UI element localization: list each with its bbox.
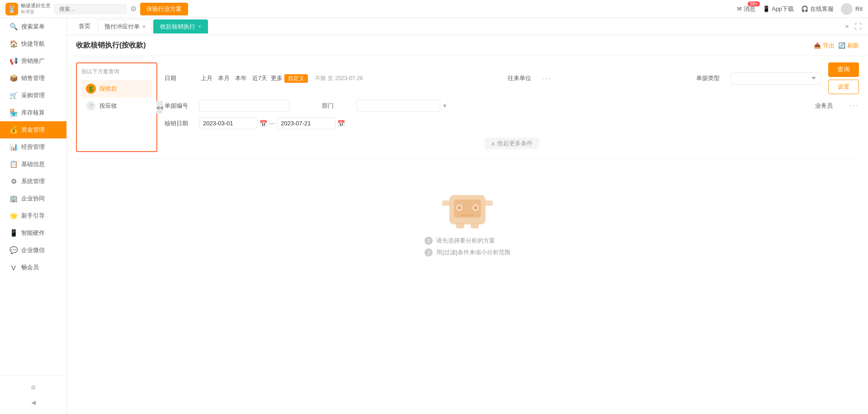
date-more[interactable]: 更多 — [271, 74, 283, 82]
sidebar-collapse-button[interactable]: ◀ — [0, 395, 66, 409]
funds-icon: 💰 — [9, 126, 18, 134]
system-icon: ⚙ — [9, 177, 18, 186]
message-button[interactable]: ✉ 消息 99+ — [737, 5, 755, 13]
sidebar-item-enterprise-wechat[interactable]: 💬 企业微信 — [0, 242, 66, 259]
sidebar-item-basic-info[interactable]: 📋 基础信息 — [0, 156, 66, 173]
sidebar-item-label: 采购管理 — [21, 91, 45, 100]
settings-button[interactable]: 设置 — [828, 80, 859, 94]
search-icon: 🔍 — [9, 23, 18, 31]
operations-icon: 📊 — [9, 143, 18, 151]
app-label: App下载 — [772, 5, 794, 13]
sidebar-item-search[interactable]: 🔍 搜索菜单 — [0, 18, 66, 35]
industry-button[interactable]: 休验行业方案 — [140, 3, 188, 15]
refresh-button[interactable]: 🔄 刷新 — [838, 42, 859, 50]
top-bar: 🐰 畅捷通好生意 标准版 ⚙ 休验行业方案 ✉ 消息 99+ 📱 App下载 🎧… — [0, 0, 868, 18]
tab-prepay[interactable]: 预付冲应付单 × — [98, 19, 152, 33]
empty-hints: 1 请先选择要分析的方案 2 用[过滤]条件来缩小分析范围 — [425, 237, 510, 257]
sidebar-item-system[interactable]: ⚙ 系统管理 — [0, 173, 66, 190]
writeoff-date-to-calendar-icon[interactable]: 📅 — [337, 120, 345, 127]
filter-by-receivable-label: 按应收 — [99, 102, 117, 110]
refresh-label: 刷新 — [847, 42, 859, 50]
sidebar-item-purchase[interactable]: 🛒 采购管理 — [0, 87, 66, 104]
tab-collection-writeoff[interactable]: 收款核销执行 × — [153, 19, 208, 33]
sidebar-item-inventory[interactable]: 🏪 库存核算 — [0, 104, 66, 121]
sidebar-item-quick-nav[interactable]: 🏠 快捷导航 — [0, 35, 66, 52]
search-input[interactable] — [54, 4, 127, 14]
svg-rect-8 — [471, 223, 479, 228]
refresh-icon: 🔄 — [838, 42, 845, 49]
sidebar-bottom: ⚙ ◀ — [0, 376, 66, 414]
inventory-icon: 🏪 — [9, 109, 18, 117]
purchase-icon: 🛒 — [9, 91, 18, 100]
writeoff-date-to-input[interactable] — [277, 117, 335, 129]
user-name: Rit — [855, 5, 863, 12]
sidebar-item-label: 基础信息 — [21, 160, 45, 168]
sidebar-item-vip[interactable]: V 畅会员 — [0, 259, 66, 276]
tab-prepay-close[interactable]: × — [142, 24, 146, 30]
counterparty-select[interactable]: ··· — [542, 74, 552, 83]
sidebar-item-funds[interactable]: 💰 资金管理 — [0, 121, 66, 138]
gear-icon[interactable]: ⚙ — [130, 5, 137, 13]
right-filters: 日期 上月 本月 本年 近7天 更多 自定义 不限 至 — [165, 62, 859, 152]
page-inner: 收款核销执行(按收款) 📤 导出 🔄 刷新 — [67, 35, 868, 414]
brand-name: 畅捷通好生意 — [21, 3, 51, 9]
brand-sub: 标准版 — [21, 9, 51, 15]
date-this-month[interactable]: 本月 — [216, 73, 231, 83]
empty-hint-2: 2 用[过滤]条件来缩小分析范围 — [425, 248, 510, 257]
filter-by-collection[interactable]: 💲 按收款 — [81, 80, 152, 97]
date-this-year[interactable]: 本年 — [233, 73, 249, 83]
sidebar-item-label: 经营管理 — [21, 143, 45, 151]
date-7days[interactable]: 近7天 — [250, 73, 269, 83]
tab-window-controls: × ⛶ — [844, 22, 863, 32]
hint-2-num: 2 — [425, 248, 433, 257]
settings-icon: ⚙ — [31, 384, 36, 391]
sidebar-item-enterprise-collab[interactable]: 🏢 企业协同 — [0, 190, 66, 207]
tab-home[interactable]: 首页 — [72, 19, 97, 34]
collapse-more-button[interactable]: ∧ 收起更多条件 — [485, 138, 539, 149]
filter-panel: 按以下方案查询 💲 按收款 ⏱ 按应收 ◀◀ — [76, 62, 157, 152]
query-button[interactable]: 查询 — [828, 62, 859, 77]
svg-rect-6 — [461, 214, 474, 216]
filter-row-3: 核销日期 📅 — 📅 — [165, 117, 859, 129]
sidebar-item-operations[interactable]: 📊 经营管理 — [0, 138, 66, 156]
brand-emoji: 🐰 — [7, 5, 16, 13]
service-label: 在线客服 — [810, 5, 834, 13]
filter-by-receivable[interactable]: ⏱ 按应收 — [81, 97, 152, 114]
sidebar-item-label: 快捷导航 — [21, 40, 45, 48]
online-service-button[interactable]: 🎧 在线客服 — [801, 5, 834, 13]
sidebar-item-smart-hardware[interactable]: 📱 智能硬件 — [0, 224, 66, 242]
date-custom-tag[interactable]: 自定义 — [284, 74, 308, 83]
sidebar-item-label: 搜索菜单 — [21, 23, 45, 31]
svg-rect-7 — [456, 223, 464, 228]
doc-num-input[interactable] — [199, 100, 289, 112]
user-area[interactable]: Rit — [841, 3, 863, 15]
writeoff-date-field: 📅 — 📅 — [199, 117, 345, 129]
writeoff-date-from-input[interactable] — [199, 117, 258, 129]
tab-collection-label: 收款核销执行 — [160, 23, 195, 31]
tab-collection-close[interactable]: × — [198, 24, 201, 30]
date-last-month[interactable]: 上月 — [199, 73, 214, 83]
window-expand-button[interactable]: ⛶ — [854, 22, 863, 32]
app-icon: 📱 — [763, 5, 770, 12]
writeoff-date-from-calendar-icon[interactable]: 📅 — [259, 120, 267, 127]
window-close-button[interactable]: × — [844, 22, 850, 32]
main-layout: 🔍 搜索菜单 🏠 快捷导航 📢 营销推广 📦 销售管理 🛒 采购管理 🏪 库存核… — [0, 18, 868, 414]
collapse-icon: ∧ — [491, 140, 495, 147]
sidebar-settings-button[interactable]: ⚙ — [0, 381, 66, 395]
sidebar-item-sales[interactable]: 📦 销售管理 — [0, 70, 66, 87]
dept-field: ▼ — [356, 100, 448, 112]
sidebar-item-beginner-guide[interactable]: 🌟 新手引导 — [0, 207, 66, 224]
sidebar-item-marketing[interactable]: 📢 营销推广 — [0, 52, 66, 70]
sidebar-item-label: 销售管理 — [21, 74, 45, 82]
panel-collapse-button[interactable]: ◀◀ — [156, 101, 163, 114]
app-download-button[interactable]: 📱 App下载 — [763, 5, 794, 13]
staff-select[interactable]: ··· — [849, 101, 859, 110]
doc-type-select[interactable] — [731, 72, 821, 85]
dept-input[interactable] — [356, 100, 440, 112]
export-label: 导出 — [823, 42, 835, 50]
sidebar-item-label: 智能硬件 — [21, 229, 45, 237]
export-button[interactable]: 📤 导出 — [814, 42, 835, 50]
by-receivable-icon: ⏱ — [86, 101, 96, 111]
sidebar-item-label: 系统管理 — [21, 177, 45, 186]
staff-label: 业务员 — [815, 102, 842, 110]
